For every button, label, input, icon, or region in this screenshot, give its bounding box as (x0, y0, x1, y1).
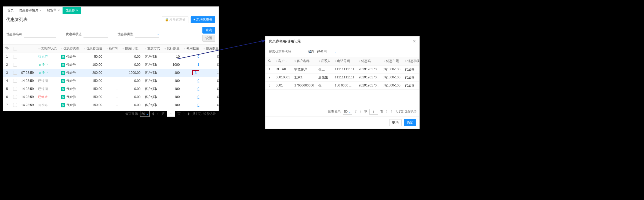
next-page-icon[interactable]: ⟩ (385, 110, 388, 114)
col-gear[interactable] (265, 57, 274, 65)
row-checkbox[interactable] (13, 71, 17, 75)
table-row[interactable]: 5 14 23:59 已过期 代代金券 150.00 -- 0.00 客户领取 … (3, 85, 219, 93)
col-face[interactable]: ⇅优惠券面值 (82, 45, 104, 53)
prev-page-icon[interactable]: ⟨ (157, 112, 159, 116)
cell-threshold: 1000.00 (120, 69, 143, 77)
claim-link[interactable]: 1 (198, 63, 199, 67)
search-box: ⌕ (269, 48, 304, 55)
row-checkbox[interactable] (13, 79, 17, 83)
col-discount[interactable]: ⇅折扣% (104, 45, 121, 53)
cell-face: 100.00 (82, 61, 104, 69)
col-claim[interactable]: ⇅领用数量 (182, 45, 201, 53)
row-checkbox[interactable] (13, 87, 17, 91)
distribute-button[interactable]: 🔒发放优惠券 (162, 16, 188, 23)
row-index: 7 (3, 101, 11, 109)
col-cust-name[interactable]: ⇅客户名称 (292, 57, 316, 65)
claim-link[interactable]: 0 (198, 103, 199, 107)
claim-link[interactable]: 3 (195, 71, 197, 75)
col-status[interactable]: ⇅优惠券状态 (36, 45, 59, 53)
col-use[interactable]: ⇅使用数量 (201, 45, 219, 53)
last-page-icon[interactable]: ⟫ (390, 110, 393, 114)
coupon-name-input[interactable] (24, 31, 56, 38)
select-all-checkbox[interactable] (13, 47, 17, 50)
page-input[interactable] (369, 109, 378, 115)
first-page-icon[interactable]: ⟪ (152, 112, 155, 116)
row-index: 6 (3, 93, 11, 101)
usage-table: ⇅客户... ⇅客户名称 ⇅联系人 ⇅电话号码 ⇅优惠码 ⇅优惠主题 ⇅优惠券类… (265, 57, 419, 90)
cell-discount: -- (104, 69, 121, 77)
table-row[interactable]: 7 14 23:59 待发布 代代金券 150.00 -- 0.00 客户领取 … (3, 101, 219, 109)
row-checkbox[interactable] (13, 55, 17, 59)
col-type[interactable]: ⇅优惠券类 (403, 57, 419, 65)
ok-button[interactable]: 确定 (404, 119, 416, 126)
add-coupon-button[interactable]: + 新增优惠券 (191, 16, 215, 23)
filter-status: 优惠券状态 ⌄ (66, 31, 108, 38)
col-topic[interactable]: ⇅优惠主题 (381, 57, 403, 65)
per-page-select[interactable]: 50⌄ (140, 111, 150, 117)
tab-home[interactable]: 首页 (5, 7, 16, 14)
row-index: 5 (3, 85, 11, 93)
coupon-table-wrap[interactable]: ⇅优惠券状态 ⇅优惠券类型 ⇅优惠券面值 ⇅折扣% ⇅使用门槛... ⇅发放方式… (3, 45, 219, 109)
claim-link[interactable]: 0 (198, 87, 199, 91)
first-page-icon[interactable]: ⟪ (354, 110, 357, 114)
close-icon[interactable]: ✕ (58, 9, 60, 12)
type-select[interactable]: ⌄ (135, 31, 159, 38)
button-label: 设置 (205, 36, 212, 40)
cell-face: 150.00 (82, 77, 104, 85)
col-contact[interactable]: ⇅联系人 (316, 57, 333, 65)
table-row[interactable]: 4 14 23:59 已过期 代代金券 150.00 -- 0.00 客户领取 … (3, 77, 219, 85)
col-issue[interactable]: ⇅发行数量 (162, 45, 182, 53)
table-row[interactable]: 6 14 23:59 已终止 代代金券 150.00 -- 0.00 客户领取 … (3, 93, 219, 101)
tab-sales[interactable]: 销货单✕ (44, 7, 63, 14)
col-threshold[interactable]: ⇅使用门槛... (120, 45, 143, 53)
close-icon[interactable]: ✕ (413, 39, 416, 44)
table-row[interactable]: 2 执行中 代代金券 100.00 -- 0.00 客户领取 1000 1 0 … (3, 61, 219, 69)
close-icon[interactable]: ✕ (39, 9, 42, 12)
col-method[interactable]: ⇅发放方式 (143, 45, 162, 53)
sort-icon: ⇅ (164, 48, 166, 50)
col-type[interactable]: ⇅优惠券类型 (59, 45, 82, 53)
col-gear[interactable] (3, 45, 11, 53)
col-time (19, 45, 36, 53)
next-page-icon[interactable]: ⟩ (183, 112, 185, 116)
row-checkbox[interactable] (13, 95, 17, 99)
claim-link[interactable]: 0 (198, 95, 199, 99)
page-pre-label: 第 (161, 112, 165, 116)
tab-coupon[interactable]: 优惠券✕ (63, 7, 81, 14)
status-filter-select[interactable]: 已使用 ⌄ (316, 49, 338, 55)
close-icon[interactable]: ✕ (76, 9, 78, 12)
cell-issue: 100 (162, 93, 182, 101)
cancel-button[interactable]: 取消 (389, 119, 402, 126)
query-button[interactable]: 查询 (202, 27, 215, 34)
table-row[interactable]: 2 00010001 北京1 唐先生 11111111111 201912017… (265, 73, 419, 81)
status-select[interactable]: ⌄ (83, 31, 108, 38)
modal-body: ⇅客户... ⇅客户名称 ⇅联系人 ⇅电话号码 ⇅优惠码 ⇅优惠主题 ⇅优惠券类… (265, 57, 419, 107)
cell-issue: 10 (162, 53, 182, 61)
table-row[interactable]: 3 0001 17666666666 张 156 6666 ... 201912… (265, 81, 419, 89)
table-row[interactable]: 3 07 23:59 执行中 代代金券 200.00 -- 1000.00 客户… (3, 69, 219, 77)
col-phone[interactable]: ⇅电话号码 (333, 57, 356, 65)
table-row[interactable]: 1 RETAIL... 零散客户 张三 11111111111 20191201… (265, 65, 419, 73)
search-input[interactable] (269, 48, 309, 55)
claim-link[interactable]: 0 (198, 79, 199, 83)
table-row[interactable]: 1 待执行 代代金券 50.00 -- 0.00 客户领取 10 0 0 ↗ ▦ (3, 53, 219, 61)
row-checkbox[interactable] (13, 103, 17, 107)
col-code[interactable]: ⇅优惠码 (356, 57, 381, 65)
last-page-icon[interactable]: ⟫ (187, 112, 190, 116)
per-page-select[interactable]: 50⌄ (343, 109, 352, 115)
claim-link[interactable]: 0 (198, 55, 199, 59)
cell-phone: 11111111111 (333, 73, 356, 81)
page-pre-label: 第 (364, 110, 367, 114)
cell-face: 150.00 (82, 93, 104, 101)
cell-method: 客户领取 (143, 93, 162, 101)
prev-page-icon[interactable]: ⟨ (359, 110, 362, 114)
settings-button[interactable]: 设置 (202, 35, 215, 42)
cell-method: 客户领取 (143, 85, 162, 93)
tab-detail[interactable]: 优惠券详情页✕ (16, 7, 44, 14)
row-checkbox[interactable] (13, 63, 17, 67)
page-input[interactable] (167, 111, 175, 117)
col-cust-no[interactable]: ⇅客户... (274, 57, 292, 65)
sort-icon: ⇅ (145, 48, 147, 50)
pagination-summary: 共1页, 49条记录 (192, 112, 216, 116)
sort-icon: ⇅ (294, 60, 296, 63)
